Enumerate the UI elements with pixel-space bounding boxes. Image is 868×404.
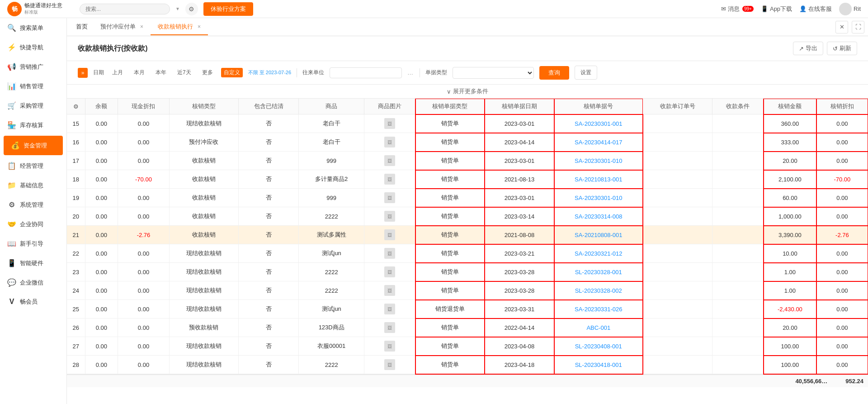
cell-verify-type: 收款核销 xyxy=(169,189,239,207)
bill-type-select[interactable] xyxy=(453,67,534,79)
cell-included: 否 xyxy=(239,337,299,356)
cell-bill-no[interactable]: SL-20230328-002 xyxy=(554,281,643,300)
sidebar-item-finance[interactable]: 💰 资金管理 xyxy=(4,136,63,155)
filter-this-month[interactable]: 本月 xyxy=(131,68,147,77)
cell-bill-no[interactable]: SL-20230408-001 xyxy=(554,337,643,356)
filter-this-year[interactable]: 本年 xyxy=(153,68,169,77)
cell-included: 否 xyxy=(239,114,299,133)
sidebar-item-marketing[interactable]: 📢 营销推广 xyxy=(0,57,66,76)
marketing-icon: 📢 xyxy=(7,62,16,71)
col-receipt-order: 收款单订单号 xyxy=(643,99,712,114)
sidebar-item-inventory[interactable]: 🏪 库存核算 xyxy=(0,115,66,135)
cell-bill-type: 销货单 xyxy=(415,244,485,263)
query-btn[interactable]: 查询 xyxy=(539,66,569,80)
search-input[interactable] xyxy=(80,4,170,14)
export-btn[interactable]: ↗ 导出 xyxy=(793,42,823,55)
cell-amount: -2,430.00 xyxy=(764,300,817,318)
setting-btn[interactable]: 设置 xyxy=(575,66,597,80)
table-container[interactable]: ⚙ 余额 现金折扣 核销类型 包含已结清 商品 商品图片 核销单据类型 核销单据… xyxy=(67,99,868,404)
cell-goods-img: 🖼 xyxy=(364,244,415,263)
tab-close-btn[interactable]: ✕ xyxy=(835,21,848,33)
col-discount: 核销折扣 xyxy=(816,99,868,114)
sidebar-item-guide[interactable]: 📖 新手引导 xyxy=(0,234,66,253)
gear-button[interactable]: ⚙ xyxy=(185,3,198,15)
cell-bill-no[interactable]: ABC-001 xyxy=(554,318,643,337)
filter-last7[interactable]: 近7天 xyxy=(175,68,194,77)
sidebar-item-sales[interactable]: 📊 销售管理 xyxy=(0,76,66,96)
sales-icon: 📊 xyxy=(7,82,16,90)
sidebar-item-search[interactable]: 🔍 搜索菜单 xyxy=(0,18,66,38)
col-settings[interactable]: ⚙ xyxy=(67,99,85,114)
sidebar-item-cooperation[interactable]: 🤝 企业协同 xyxy=(0,214,66,234)
tab-bar-right: ✕ ⛶ xyxy=(835,21,864,33)
cell-bill-no[interactable]: SA-20230301-010 xyxy=(554,189,643,207)
sidebar-item-system[interactable]: ⚙ 系统管理 xyxy=(0,195,66,214)
sidebar-item-quicknav[interactable]: ⚡ 快捷导航 xyxy=(0,38,66,57)
cell-balance: 0.00 xyxy=(85,133,118,152)
tab-home[interactable]: 首页 xyxy=(71,19,93,35)
cell-id: 15 xyxy=(67,114,85,133)
app-download-btn[interactable]: 📱 App下载 xyxy=(761,5,792,13)
cell-bill-type: 销货单 xyxy=(415,152,485,170)
cell-goods-img: 🖼 xyxy=(364,318,415,337)
cell-receipt-order xyxy=(643,318,712,337)
cell-discount: 0.00 xyxy=(816,263,868,281)
sidebar-item-hardware[interactable]: 📱 智能硬件 xyxy=(0,253,66,273)
cell-bill-type: 销货退货单 xyxy=(415,300,485,318)
tab-receipt-close[interactable]: × xyxy=(198,24,201,30)
footer-total-amount: 40,556,66… xyxy=(795,378,827,385)
user-name[interactable]: Rit xyxy=(839,3,861,15)
sidebar-item-member[interactable]: V 畅会员 xyxy=(0,292,66,311)
col-goods-img: 商品图片 xyxy=(364,99,415,114)
cell-bill-type: 销货单 xyxy=(415,189,485,207)
cell-bill-no[interactable]: SA-20230314-008 xyxy=(554,207,643,226)
cell-balance: 0.00 xyxy=(85,318,118,337)
cell-bill-no[interactable]: SL-20230328-001 xyxy=(554,263,643,281)
cell-bill-no[interactable]: SA-20230301-001 xyxy=(554,114,643,133)
cell-amount: 100.00 xyxy=(764,337,817,356)
cell-amount: 20.00 xyxy=(764,152,817,170)
cell-amount: 60.00 xyxy=(764,189,817,207)
cell-bill-no[interactable]: SA-20230414-017 xyxy=(554,133,643,152)
cell-conditions xyxy=(712,263,763,281)
sidebar-item-operations[interactable]: 📋 经营管理 xyxy=(0,156,66,176)
cell-bill-date: 2023-03-01 xyxy=(485,152,554,170)
cell-goods: 999 xyxy=(299,189,364,207)
cell-bill-date: 2023-04-08 xyxy=(485,337,554,356)
cell-bill-no[interactable]: SA-20230321-012 xyxy=(554,244,643,263)
cell-bill-no[interactable]: SL-20230418-001 xyxy=(554,356,643,374)
cell-verify-type: 收款核销 xyxy=(169,207,239,226)
cell-receipt-order xyxy=(643,337,712,356)
filter-custom[interactable]: 自定义 xyxy=(221,68,243,77)
tab-prepay[interactable]: 预付冲应付单 × xyxy=(93,19,151,35)
sidebar: 🔍 搜索菜单 ⚡ 快捷导航 📢 营销推广 📊 销售管理 🛒 采购管理 🏪 库存核… xyxy=(0,18,67,404)
industry-btn[interactable]: 休验行业方案 xyxy=(203,2,253,16)
filter-bar: » 日期 上月 本月 本年 近7天 更多 自定义 不限 至 2023-07-26… xyxy=(67,61,868,85)
online-service-btn[interactable]: 👤 在线客服 xyxy=(799,5,832,13)
cell-discount: 0.00 xyxy=(816,152,868,170)
sidebar-item-basics[interactable]: 📁 基础信息 xyxy=(0,176,66,195)
message-btn[interactable]: ✉ 消息 99+ xyxy=(721,5,754,13)
tab-expand-btn[interactable]: ⛶ xyxy=(852,21,864,33)
tab-prepay-close[interactable]: × xyxy=(140,24,143,30)
col-bill-date: 核销单据日期 xyxy=(485,99,554,114)
filter-toggle-btn[interactable]: » xyxy=(78,68,88,78)
cell-bill-no[interactable]: SA-20230301-010 xyxy=(554,152,643,170)
sidebar-item-wechat[interactable]: 💬 企业微信 xyxy=(0,273,66,292)
filter-more[interactable]: 更多 xyxy=(199,68,216,77)
sidebar-item-purchase[interactable]: 🛒 采购管理 xyxy=(0,96,66,115)
cell-goods-img: 🖼 xyxy=(364,226,415,244)
cell-bill-no[interactable]: SA-20210808-001 xyxy=(554,226,643,244)
partner-input[interactable] xyxy=(330,67,402,78)
cell-goods-img: 🖼 xyxy=(364,189,415,207)
col-conditions: 收款条件 xyxy=(712,99,763,114)
cell-bill-no[interactable]: SA-20230331-026 xyxy=(554,300,643,318)
cell-id: 22 xyxy=(67,244,85,263)
filter-last-month[interactable]: 上月 xyxy=(109,68,126,77)
expand-conditions-btn[interactable]: ∨ 展开更多条件 xyxy=(447,87,488,95)
cell-bill-no[interactable]: SA-20210813-001 xyxy=(554,170,643,189)
refresh-btn[interactable]: ↺ 刷新 xyxy=(827,42,857,55)
filter-date-range: 不限 至 2023-07-26 xyxy=(248,69,291,76)
tab-receipt[interactable]: 收款核销执行 × xyxy=(151,19,208,35)
main-layout: 🔍 搜索菜单 ⚡ 快捷导航 📢 营销推广 📊 销售管理 🛒 采购管理 🏪 库存核… xyxy=(0,18,868,404)
